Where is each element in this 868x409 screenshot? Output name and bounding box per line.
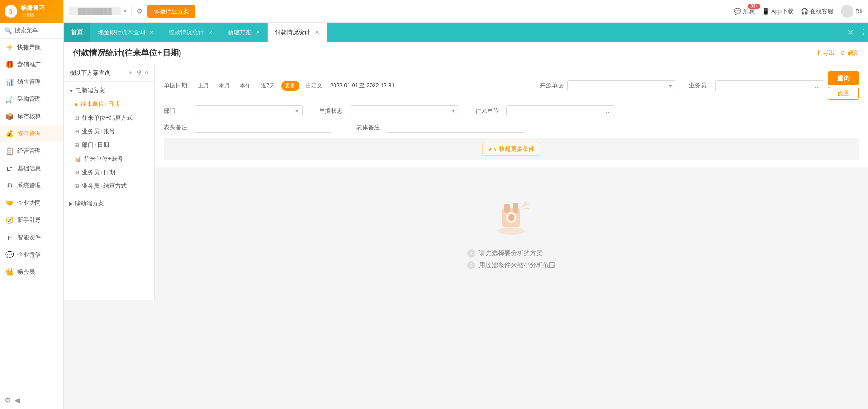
scheme-panel: 按以下方案查询 ＋ ⚙ « ▼ 电脑端方案 ● 往来单位+日期 (64, 64, 155, 300)
date-option-custom[interactable]: 自定义 (302, 81, 326, 91)
scheme-mobile-group-header[interactable]: ▶ 移动端方案 (64, 197, 154, 210)
scheme-item-table5-icon: ⊞ (75, 183, 79, 189)
dept-select[interactable]: ▾ (194, 105, 303, 116)
date-option-more[interactable]: 更多 (281, 81, 299, 91)
tab-payment-stats[interactable]: 付款情况统计 ✕ (268, 23, 327, 42)
user-avatar-area[interactable]: Rit (841, 5, 863, 18)
tab-new-scheme[interactable]: 新建方案 ✕ (220, 23, 268, 42)
tab-cash-flow[interactable]: 现金银行流水查询 ✕ (90, 23, 161, 42)
sidebar-item-purchase[interactable]: 🛒 采购管理 (0, 91, 63, 108)
new-scheme-close-icon[interactable]: ✕ (256, 30, 260, 35)
trial-btn[interactable]: 体验行业方案 (147, 5, 195, 18)
new-scheme-tab-label: 新建方案 (228, 28, 251, 36)
home-tab-label: 首页 (71, 28, 83, 36)
scheme-item-staff-settlement[interactable]: ⊞ 业务员+结算方式 (64, 179, 154, 193)
wechat-icon: 💬 (5, 251, 14, 259)
sidebar-item-member[interactable]: 👑 畅会员 (0, 263, 63, 281)
scheme-header-label: 按以下方案查询 (69, 69, 110, 77)
sidebar-search[interactable]: 🔍 搜索菜单 (0, 23, 63, 39)
scheme-pc-group-header[interactable]: ▼ 电脑端方案 (64, 84, 154, 97)
sidebar-item-hardware[interactable]: 🖥 智能硬件 (0, 229, 63, 246)
source-doc-dropdown-icon: ▾ (669, 82, 672, 89)
dept-dropdown-icon: ▾ (295, 107, 299, 114)
sidebar-item-label: 库存核算 (17, 112, 41, 121)
counterpart-label: 往来单位 (475, 107, 499, 115)
app-download-label: App下载 (771, 7, 793, 15)
svg-line-6 (521, 202, 527, 207)
payment-stats-close-icon[interactable]: ✕ (315, 30, 319, 35)
scheme-item-label: 业务员+结算方式 (82, 182, 127, 190)
sidebar-item-operations[interactable]: 📋 经营管理 (0, 142, 63, 160)
sidebar-item-marketing[interactable]: 🎁 营销推广 (0, 56, 63, 73)
right-panel: 单据日期 上月 本月 本年 近7天 更多 自定义 2022-01-01 至 20… (155, 64, 868, 300)
message-btn[interactable]: 💬 消息 99+ (734, 7, 755, 15)
scheme-item-counterpart-date[interactable]: ● 往来单位+日期 (64, 97, 154, 111)
filter-row-3: 表头备注 表体备注 (164, 122, 859, 133)
sidebar-item-label: 资金管理 (17, 130, 41, 138)
app-icon: 📱 (762, 8, 769, 15)
scheme-item-label: 往来单位+账号 (84, 155, 123, 163)
online-service-btn[interactable]: 🎧 在线客服 (801, 7, 833, 15)
date-option-this-year[interactable]: 本年 (236, 81, 254, 91)
doc-status-label: 单据状态 (319, 107, 343, 115)
staff-dropdown-icon: … (814, 82, 820, 89)
sidebar-item-system[interactable]: ⚙ 系统管理 (0, 177, 63, 194)
footer-collapse-icon[interactable]: ◀ (15, 396, 20, 404)
query-btn[interactable]: 查询 (828, 71, 859, 85)
tabs-expand-btn[interactable]: ⛶ (857, 28, 864, 36)
date-option-last-month[interactable]: 上月 (195, 81, 213, 91)
counterpart-select[interactable]: … (506, 105, 615, 116)
system-icon: ⚙ (5, 182, 14, 190)
scheme-item-counterpart-account[interactable]: 📊 往来单位+账号 (64, 152, 154, 166)
settings-small-btn[interactable]: 设置 (828, 87, 859, 100)
sidebar-item-collab[interactable]: 🤝 企业协同 (0, 194, 63, 212)
sidebar-item-guide[interactable]: 🧭 新手引导 (0, 212, 63, 229)
refresh-label: 刷新 (847, 49, 859, 57)
sidebar: 6 畅捷通巧 标准版 🔍 搜索菜单 ⚡ 快捷导航 🎁 营销推广 📊 销售管理 🛒… (0, 0, 64, 409)
app-download-btn[interactable]: 📱 App下载 (762, 7, 793, 15)
empty-icon (489, 195, 534, 240)
source-doc-select[interactable]: ▾ (567, 80, 676, 91)
sidebar-item-wechat[interactable]: 💬 企业微信 (0, 246, 63, 263)
sidebar-item-quick-nav[interactable]: ⚡ 快捷导航 (0, 39, 63, 56)
header-note-input[interactable] (195, 122, 331, 133)
scheme-collapse-icon[interactable]: « (145, 69, 149, 77)
sidebar-item-basic-info[interactable]: 🗂 基础信息 (0, 160, 63, 177)
body-note-input[interactable] (387, 122, 524, 133)
hint-text-2: 用过滤条件来缩小分析范围 (479, 261, 555, 269)
footer-settings-icon[interactable]: ⚙ (5, 396, 11, 404)
date-option-last-7days[interactable]: 近7天 (257, 81, 279, 91)
refresh-btn[interactable]: ↺ 刷新 (840, 49, 859, 57)
receipt-stats-close-icon[interactable]: ✕ (209, 30, 213, 35)
tab-receipt-stats[interactable]: 收款情况统计 ✕ (161, 23, 220, 42)
cash-flow-close-icon[interactable]: ✕ (150, 30, 154, 35)
tabs-close-btn[interactable]: ✕ (848, 28, 853, 37)
settings-icon[interactable]: ⚙ (136, 7, 143, 15)
scheme-add-icon[interactable]: ＋ (127, 69, 134, 77)
content-area: 付款情况统计(往来单位+日期) ⬆ 导出 ↺ 刷新 按以下方案查询 ＋ (64, 42, 868, 409)
empty-hints: 1 请先选择要分析的方案 2 用过滤条件来缩小分析范围 (467, 249, 555, 273)
scheme-item-dept-date[interactable]: ⊞ 部门+日期 (64, 138, 154, 152)
scheme-settings-icon[interactable]: ⚙ (136, 69, 142, 77)
basic-info-icon: 🗂 (5, 164, 14, 172)
collapse-btn[interactable]: ∧∧ 收起更多条件 (482, 143, 540, 156)
scheme-item-counterpart-settlement[interactable]: ⊞ 往来单位+结算方式 (64, 111, 154, 125)
scheme-header-icons: ＋ ⚙ « (127, 69, 149, 77)
purchase-icon: 🛒 (5, 95, 14, 103)
staff-select[interactable]: … (715, 80, 824, 91)
scheme-item-staff-date[interactable]: ⊞ 业务员+日期 (64, 166, 154, 179)
company-selector[interactable]: ████████ ▾ (69, 7, 127, 15)
receipt-stats-tab-label: 收款情况统计 (169, 28, 204, 36)
sidebar-item-sales[interactable]: 📊 销售管理 (0, 73, 63, 91)
sidebar-item-label: 系统管理 (17, 182, 41, 190)
date-option-this-month[interactable]: 本月 (215, 81, 234, 91)
search-icon: 🔍 (5, 27, 12, 34)
sidebar-item-finance[interactable]: 💰 资金管理 (0, 125, 63, 142)
sidebar-item-inventory[interactable]: 📦 库存核算 (0, 108, 63, 125)
body-note-label: 表体备注 (356, 123, 380, 131)
export-btn[interactable]: ⬆ 导出 (816, 49, 835, 57)
sidebar-item-label: 营销推广 (17, 61, 41, 69)
scheme-item-staff-account[interactable]: ⊞ 业务员+账号 (64, 125, 154, 138)
tab-home[interactable]: 首页 (64, 23, 90, 42)
doc-status-select[interactable]: ▾ (350, 105, 459, 116)
